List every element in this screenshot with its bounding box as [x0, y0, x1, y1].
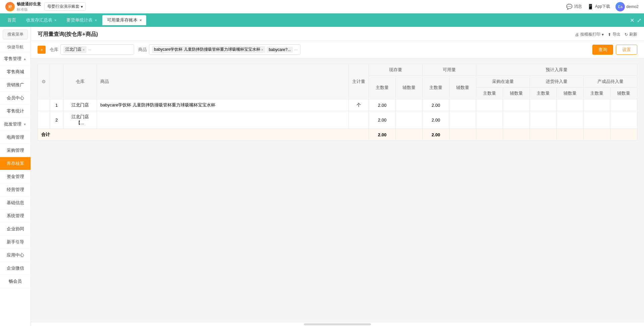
tab-order-stats-close[interactable]: × [95, 18, 97, 22]
sidebar-item-member[interactable]: 畅会员 [0, 275, 31, 288]
warehouse-label: 仓库 [50, 47, 58, 53]
warehouse-more-icon[interactable]: ··· [88, 47, 91, 52]
summary-incoming-aux [557, 129, 584, 141]
query-btn[interactable]: 查询 [592, 45, 613, 55]
row-available-main: 2.00 [423, 111, 449, 129]
industry-select[interactable]: 母婴行业演示账套 ▾ [44, 2, 86, 11]
row-product [97, 111, 349, 129]
tab-order-stats[interactable]: 要货单统计表 × [62, 15, 101, 25]
th-incoming: 进货待入量 [530, 76, 584, 88]
sidebar-item-new-guide-label: 新手引导 [7, 239, 24, 245]
row-current-aux [396, 111, 423, 129]
sidebar-item-basic-info[interactable]: 基础信息 [0, 196, 31, 209]
product-input[interactable]: babycare学饮杯 儿童防摔防撞吸管杯重力球吸嘴杯宝宝水杯 × babyca… [149, 44, 301, 55]
sidebar-item-wholesale-mgmt[interactable]: 批发管理 ▼ [0, 118, 31, 131]
sidebar-item-app-center[interactable]: 应用中心 [0, 249, 31, 262]
search-menu-btn[interactable]: 搜索菜单 [3, 30, 28, 39]
row-unit: 个 [349, 99, 369, 111]
th-purchase-aux: 辅数量 [503, 88, 530, 99]
sidebar-item-ecommerce[interactable]: 电商管理 [0, 131, 31, 144]
tab-home[interactable]: 首页 [3, 15, 21, 25]
tab-home-label: 首页 [7, 17, 16, 23]
tab-receipt-summary[interactable]: 收发存汇总表 × [21, 15, 61, 25]
tab-available-stock-label: 可用量库存账本 [107, 17, 138, 23]
th-available-aux: 辅数量 [449, 76, 476, 99]
row-warehouse: 江北门店 【... [63, 111, 97, 129]
quick-nav-btn[interactable]: 快捷导航 [0, 42, 31, 52]
sidebar-item-new-guide[interactable]: 新手引导 [0, 236, 31, 249]
row-settings [38, 99, 50, 111]
sidebar-item-retail-mall-label: 零售商城 [7, 69, 24, 75]
sidebar-item-enterprise-collab-label: 企业协同 [7, 226, 24, 232]
row-unit [349, 111, 369, 129]
app-label: App下载 [595, 4, 610, 9]
top-bar: 好 畅捷通好生意 标准版 母婴行业演示账套 ▾ 💬 消息 📱 App下载 Ea … [0, 0, 644, 13]
product-more-icon[interactable]: ··· [294, 47, 298, 52]
th-product: 商品 [97, 64, 349, 99]
print-icon: 🖨 [575, 32, 579, 37]
sidebar-item-enterprise-wechat-label: 企业微信 [7, 265, 24, 271]
expand-btn[interactable]: » [38, 46, 46, 54]
product-label: 商品 [138, 47, 147, 53]
tab-receipt-summary-label: 收发存汇总表 [26, 17, 52, 23]
th-planned-in: 预计入库量 [476, 64, 637, 76]
message-btn[interactable]: 💬 消息 [566, 4, 582, 10]
print-dropdown-icon: ▾ [602, 32, 604, 37]
tab-close-all[interactable]: ✕ [630, 17, 634, 24]
sidebar-item-finance[interactable]: 资金管理 [0, 170, 31, 183]
refresh-btn[interactable]: ↻ 刷新 [625, 32, 637, 37]
warehouse-tag-close[interactable]: × [83, 48, 85, 52]
settings-icon[interactable]: ⚙ [42, 79, 46, 84]
product-tag-1-close[interactable]: × [261, 48, 263, 52]
tab-receipt-summary-close[interactable]: × [54, 18, 56, 22]
row-incoming-main [530, 99, 557, 111]
app-download-btn[interactable]: 📱 App下载 [587, 4, 610, 10]
sidebar-item-inventory-label: 库存核算 [7, 160, 24, 167]
summary-label: 合计 [38, 129, 369, 141]
row-current-aux [396, 99, 423, 111]
product-tag-2-value: babycare?... [269, 47, 291, 52]
tab-available-stock[interactable]: 可用量库存账本 × [102, 15, 146, 25]
th-production-main: 主数量 [584, 88, 610, 99]
sidebar-item-purchase[interactable]: 采购管理 [0, 144, 31, 157]
row-available-main: 2.00 [423, 99, 449, 111]
summary-current-aux [396, 129, 423, 141]
sidebar-item-member-center[interactable]: 会员中心 [0, 92, 31, 105]
sidebar-item-finance-label: 资金管理 [7, 174, 24, 180]
logo-badge: 标准版 [17, 7, 41, 12]
row-production-main [584, 99, 610, 111]
refresh-label: 刷新 [629, 32, 637, 37]
sidebar-item-system[interactable]: 系统管理 [0, 209, 31, 223]
message-icon: 💬 [566, 4, 573, 10]
sidebar-item-purchase-label: 采购管理 [7, 147, 24, 153]
tab-maximize[interactable]: ⤢ [637, 17, 641, 24]
sidebar-item-operations[interactable]: 经营管理 [0, 183, 31, 196]
logo-text: 畅捷通好生意 [17, 1, 41, 7]
sidebar-item-marketing[interactable]: 营销推广 [0, 79, 31, 92]
sidebar-item-retail-stats[interactable]: 零售统计 [0, 105, 31, 118]
sidebar-item-inventory[interactable]: 库存核算 [0, 157, 31, 170]
sidebar-item-retail-mall[interactable]: 零售商城 [0, 65, 31, 79]
summary-available-aux [449, 129, 476, 141]
summary-production-main [584, 129, 610, 141]
th-incoming-main: 主数量 [530, 88, 557, 99]
sidebar-item-retail-mgmt[interactable]: 零售管理 ▲ [0, 52, 31, 65]
row-incoming-aux [557, 99, 584, 111]
sidebar-item-enterprise-wechat[interactable]: 企业微信 [0, 262, 31, 275]
export-btn[interactable]: ⬆ 导出 [608, 32, 621, 37]
sidebar-item-app-center-label: 应用中心 [7, 252, 24, 258]
setting-btn[interactable]: 设置 [616, 45, 637, 55]
user-avatar: Ea [615, 2, 625, 11]
print-btn[interactable]: 🖨 按模板打印 ▾ [575, 32, 604, 37]
warehouse-tag-value: 江北门店 [65, 47, 82, 52]
sidebar-item-retail-mgmt-label: 零售管理 [4, 56, 21, 62]
sidebar-item-enterprise-collab[interactable]: 企业协同 [0, 223, 31, 236]
th-incoming-aux: 辅数量 [557, 88, 584, 99]
tab-available-stock-close[interactable]: × [140, 18, 142, 22]
user-menu[interactable]: Ea demo2 [615, 2, 639, 11]
row-warehouse: 江北门店 [63, 99, 97, 111]
summary-purchase-main [476, 129, 503, 141]
sidebar-item-retail-stats-label: 零售统计 [7, 108, 24, 114]
tab-order-stats-label: 要货单统计表 [66, 17, 93, 23]
warehouse-input[interactable]: 江北门店 × ··· [60, 44, 134, 55]
